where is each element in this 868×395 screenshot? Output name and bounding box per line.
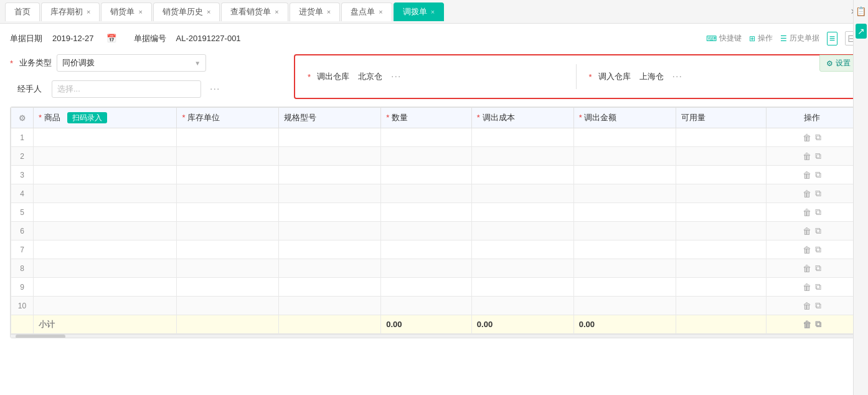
row-product-2[interactable]	[34, 147, 177, 166]
tab-stocktake[interactable]: 盘点单 ×	[341, 2, 392, 21]
row-cost-2[interactable]	[471, 147, 573, 166]
delete-icon-7[interactable]: 🗑	[803, 245, 811, 255]
scrollbar-thumb[interactable]	[16, 335, 65, 338]
subtotal-delete-icon[interactable]: 🗑	[803, 320, 811, 330]
row-amount-2[interactable]	[573, 147, 676, 166]
row-amount-10[interactable]	[573, 297, 676, 315]
row-product-4[interactable]	[34, 184, 177, 203]
copy-icon-6[interactable]: ⧉	[815, 226, 821, 236]
row-cost-10[interactable]	[471, 297, 573, 315]
row-unit-3[interactable]	[177, 166, 279, 184]
row-qty-3[interactable]	[381, 166, 472, 184]
row-cost-1[interactable]	[471, 128, 573, 147]
row-spec-5[interactable]	[279, 203, 381, 222]
tab-transfer-close[interactable]: ×	[431, 8, 435, 16]
row-qty-2[interactable]	[381, 147, 472, 166]
right-panel-doc-icon[interactable]: 📋	[856, 6, 866, 16]
view-toggle-list[interactable]: ≡	[827, 32, 837, 45]
row-product-3[interactable]	[34, 166, 177, 184]
row-qty-9[interactable]	[381, 278, 472, 297]
row-amount-1[interactable]	[573, 128, 676, 147]
delete-icon-1[interactable]: 🗑	[803, 133, 811, 143]
row-cost-8[interactable]	[471, 259, 573, 278]
row-amount-6[interactable]	[573, 222, 676, 240]
tab-sales-order-close[interactable]: ×	[138, 8, 142, 16]
tab-sales-history-close[interactable]: ×	[207, 8, 210, 16]
row-available-4[interactable]	[676, 184, 767, 203]
copy-icon-1[interactable]: ⧉	[815, 132, 821, 143]
row-unit-8[interactable]	[177, 259, 279, 278]
row-available-1[interactable]	[676, 128, 767, 147]
copy-icon-3[interactable]: ⧉	[815, 169, 821, 180]
row-qty-8[interactable]	[381, 259, 472, 278]
row-unit-10[interactable]	[177, 297, 279, 315]
delete-icon-6[interactable]: 🗑	[803, 226, 811, 236]
shortcuts-button[interactable]: ⌨ 快捷键	[706, 33, 742, 44]
copy-icon-4[interactable]: ⧉	[815, 188, 821, 199]
subtotal-copy-icon[interactable]: ⧉	[815, 319, 821, 330]
row-spec-3[interactable]	[279, 166, 381, 184]
row-amount-4[interactable]	[573, 184, 676, 203]
row-product-9[interactable]	[34, 278, 177, 297]
row-qty-5[interactable]	[381, 203, 472, 222]
row-spec-8[interactable]	[279, 259, 381, 278]
calendar-icon[interactable]: 📅	[106, 34, 116, 43]
row-spec-4[interactable]	[279, 184, 381, 203]
row-amount-8[interactable]	[573, 259, 676, 278]
tab-view-sales-close[interactable]: ×	[275, 8, 278, 16]
delete-icon-2[interactable]: 🗑	[803, 151, 811, 161]
row-available-5[interactable]	[676, 203, 767, 222]
row-product-10[interactable]	[34, 297, 177, 315]
tab-inventory-init-close[interactable]: ×	[87, 8, 90, 16]
row-available-7[interactable]	[676, 240, 767, 259]
row-unit-6[interactable]	[177, 222, 279, 240]
row-unit-7[interactable]	[177, 240, 279, 259]
tab-purchase-order[interactable]: 进货单 ×	[290, 2, 340, 21]
row-available-2[interactable]	[676, 147, 767, 166]
copy-icon-9[interactable]: ⧉	[815, 282, 821, 292]
row-amount-7[interactable]	[573, 240, 676, 259]
row-spec-7[interactable]	[279, 240, 381, 259]
history-button[interactable]: ☰ 历史单据	[780, 33, 819, 44]
row-qty-4[interactable]	[381, 184, 472, 203]
business-type-input[interactable]: 同价调拨 ▼	[57, 54, 206, 72]
row-unit-9[interactable]	[177, 278, 279, 297]
tab-sales-order[interactable]: 销货单 ×	[101, 2, 151, 21]
row-product-5[interactable]	[34, 203, 177, 222]
person-input[interactable]: 选择...	[52, 80, 201, 98]
row-qty-1[interactable]	[381, 128, 472, 147]
scan-entry-button[interactable]: 扫码录入	[67, 112, 107, 123]
delete-icon-4[interactable]: 🗑	[803, 189, 811, 199]
horizontal-scrollbar[interactable]	[11, 334, 857, 338]
row-qty-6[interactable]	[381, 222, 472, 240]
row-cost-7[interactable]	[471, 240, 573, 259]
tab-purchase-order-close[interactable]: ×	[327, 8, 331, 16]
row-spec-2[interactable]	[279, 147, 381, 166]
row-cost-6[interactable]	[471, 222, 573, 240]
tab-home[interactable]: 首页	[5, 2, 40, 21]
row-spec-6[interactable]	[279, 222, 381, 240]
row-amount-5[interactable]	[573, 203, 676, 222]
tab-inventory-init[interactable]: 库存期初 ×	[41, 2, 100, 21]
tab-stocktake-close[interactable]: ×	[379, 8, 382, 16]
delete-icon-3[interactable]: 🗑	[803, 170, 811, 180]
delete-icon-10[interactable]: 🗑	[803, 301, 811, 311]
row-spec-9[interactable]	[279, 278, 381, 297]
settings-button[interactable]: ⚙ 设置	[819, 55, 857, 72]
tab-view-sales[interactable]: 查看销货单 ×	[221, 2, 288, 21]
row-product-7[interactable]	[34, 240, 177, 259]
row-available-3[interactable]	[676, 166, 767, 184]
row-cost-3[interactable]	[471, 166, 573, 184]
row-product-8[interactable]	[34, 259, 177, 278]
delete-icon-5[interactable]: 🗑	[803, 207, 811, 217]
row-unit-2[interactable]	[177, 147, 279, 166]
row-amount-3[interactable]	[573, 166, 676, 184]
row-amount-9[interactable]	[573, 278, 676, 297]
row-available-9[interactable]	[676, 278, 767, 297]
copy-icon-5[interactable]: ⧉	[815, 207, 821, 217]
row-cost-4[interactable]	[471, 184, 573, 203]
copy-icon-10[interactable]: ⧉	[815, 300, 821, 311]
person-more-button[interactable]: ···	[210, 83, 220, 95]
tab-sales-history[interactable]: 销货单历史 ×	[153, 2, 220, 21]
row-product-6[interactable]	[34, 222, 177, 240]
